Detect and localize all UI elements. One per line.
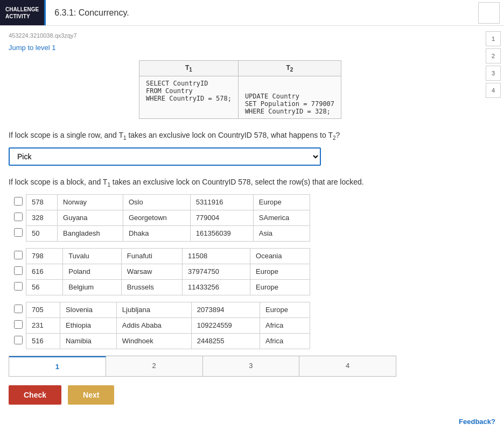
cell-population: 11433256	[183, 279, 250, 295]
dropdown-wrapper: Pick T2 is blocked T2 proceeds normally …	[9, 147, 472, 166]
challenge-badge: CHALLENGE ACTIVITY	[0, 0, 44, 25]
cell-population: 37974750	[183, 264, 250, 279]
cell-region: Africa	[260, 317, 310, 333]
badge-line2: ACTIVITY	[5, 13, 39, 20]
transaction-table-wrapper: T1 T2 SELECT CountryID FROM Country WHER…	[9, 60, 472, 119]
cell-country: Guyana	[58, 210, 123, 225]
sidebar: 1 2 3 4	[482, 26, 504, 98]
header-page-icon	[478, 2, 500, 24]
cell-country: Poland	[63, 264, 122, 279]
check-button[interactable]: Check	[9, 385, 61, 405]
checkbox-cell	[9, 302, 26, 317]
cell-id: 616	[26, 264, 63, 279]
row-checkbox-578[interactable]	[14, 197, 23, 206]
q2-text-before: If lock scope is a block, and T	[9, 178, 107, 186]
table-row: 516 Namibia Windhoek 2448255 Africa	[9, 333, 310, 349]
next-button[interactable]: Next	[68, 385, 114, 405]
row-checkbox-328[interactable]	[14, 213, 23, 221]
cell-population: 161356039	[190, 225, 253, 241]
cell-id: 578	[26, 194, 58, 210]
row-checkbox-56[interactable]	[14, 282, 23, 291]
cell-country: Ethiopia	[60, 317, 117, 333]
data-table-group2: 798 Tuvalu Funafuti 11508 Oceania 616 Po…	[9, 248, 310, 295]
table-row: 56 Belgium Brussels 11433256 Europe	[9, 279, 310, 295]
cell-population: 779004	[190, 210, 253, 225]
checkbox-cell	[9, 210, 26, 225]
header: CHALLENGE ACTIVITY 6.3.1: Concurrency.	[0, 0, 504, 26]
table-row: 231 Ethiopia Addis Ababa 109224559 Afric…	[9, 317, 310, 333]
checkbox-cell	[9, 194, 26, 210]
cell-country: Slovenia	[60, 302, 117, 317]
table-row: 328 Guyana Georgetown 779004 SAmerica	[9, 210, 310, 225]
cell-id: 50	[26, 225, 58, 241]
cell-country: Belgium	[63, 279, 122, 295]
checkbox-cell	[9, 333, 26, 349]
cell-population: 2448255	[191, 333, 260, 349]
sidebar-level-4[interactable]: 4	[486, 83, 501, 98]
question1: If lock scope is a single row, and T1 ta…	[9, 130, 472, 142]
table-row: 50 Bangladesh Dhaka 161356039 Asia	[9, 225, 310, 241]
tab-level-2[interactable]: 2	[106, 356, 203, 376]
table-row: 798 Tuvalu Funafuti 11508 Oceania	[9, 248, 310, 264]
cell-population: 11508	[183, 248, 250, 264]
rows-section: 578 Norway Oslo 5311916 Europe 328 Guyan…	[9, 194, 472, 349]
q2-text-middle: takes an exclusive lock on CountryID 578…	[110, 178, 364, 186]
cell-city: Windhoek	[116, 333, 191, 349]
sidebar-level-3[interactable]: 3	[486, 66, 501, 81]
checkbox-cell	[9, 279, 26, 295]
cell-region: Asia	[253, 225, 310, 241]
row-checkbox-616[interactable]	[14, 266, 23, 275]
cell-city: Funafuti	[121, 248, 182, 264]
checkbox-cell	[9, 264, 26, 279]
cell-region: SAmerica	[253, 210, 310, 225]
cell-id: 798	[26, 248, 63, 264]
tab-level-1[interactable]: 1	[9, 356, 106, 376]
row-checkbox-705[interactable]	[14, 305, 23, 313]
cell-city: Addis Ababa	[116, 317, 191, 333]
sidebar-level-1[interactable]: 1	[486, 31, 501, 46]
q1-text-end: ?	[336, 131, 340, 139]
q1-dropdown[interactable]: Pick T2 is blocked T2 proceeds normally …	[9, 147, 321, 166]
level-tabs: 1 2 3 4	[9, 356, 396, 377]
q1-text-before: If lock scope is a single row, and T	[9, 131, 123, 139]
row-checkbox-50[interactable]	[14, 228, 23, 237]
row-checkbox-516[interactable]	[14, 336, 23, 344]
checkbox-cell	[9, 317, 26, 333]
page-title: 6.3.1: Concurrency.	[46, 8, 478, 18]
cell-region: Europe	[250, 279, 310, 295]
cell-id: 56	[26, 279, 63, 295]
session-id: 453224.3210038.qx3zqy7	[9, 32, 472, 39]
transaction-table: T1 T2 SELECT CountryID FROM Country WHER…	[139, 60, 341, 119]
cell-city: Dhaka	[123, 225, 190, 241]
cell-region: Europe	[250, 264, 310, 279]
table-row: 705 Slovenia Ljubljana 2073894 Europe	[9, 302, 310, 317]
table-row: 616 Poland Warsaw 37974750 Europe	[9, 264, 310, 279]
data-table-group1: 578 Norway Oslo 5311916 Europe 328 Guyan…	[9, 194, 310, 242]
row-checkbox-798[interactable]	[14, 251, 23, 259]
row-checkbox-231[interactable]	[14, 320, 23, 329]
q1-text-middle: takes an exclusive lock on CountryID 578…	[127, 131, 333, 139]
sidebar-level-2[interactable]: 2	[486, 48, 501, 63]
feedback-link[interactable]: Feedback?	[459, 418, 495, 426]
cell-region: Europe	[260, 302, 310, 317]
cell-city: Oslo	[123, 194, 190, 210]
cell-id: 231	[26, 317, 60, 333]
cell-id: 328	[26, 210, 58, 225]
main-content: 453224.3210038.qx3zqy7 Jump to level 1 T…	[0, 26, 504, 422]
t2-code: UPDATE Country SET Population = 779007 W…	[238, 76, 341, 119]
cell-region: Europe	[253, 194, 310, 210]
cell-region: Oceania	[250, 248, 310, 264]
cell-id: 705	[26, 302, 60, 317]
question2: If lock scope is a block, and T1 takes a…	[9, 176, 472, 189]
cell-city: Warsaw	[121, 264, 182, 279]
cell-country: Namibia	[60, 333, 117, 349]
jump-to-level-link[interactable]: Jump to level 1	[9, 44, 55, 52]
cell-city: Georgetown	[123, 210, 190, 225]
badge-line1: CHALLENGE	[5, 6, 39, 13]
cell-country: Tuvalu	[63, 248, 122, 264]
table-row: 578 Norway Oslo 5311916 Europe	[9, 194, 310, 210]
tab-level-3[interactable]: 3	[203, 356, 300, 376]
tab-level-4[interactable]: 4	[299, 356, 396, 376]
cell-city: Ljubljana	[116, 302, 191, 317]
checkbox-cell	[9, 225, 26, 241]
